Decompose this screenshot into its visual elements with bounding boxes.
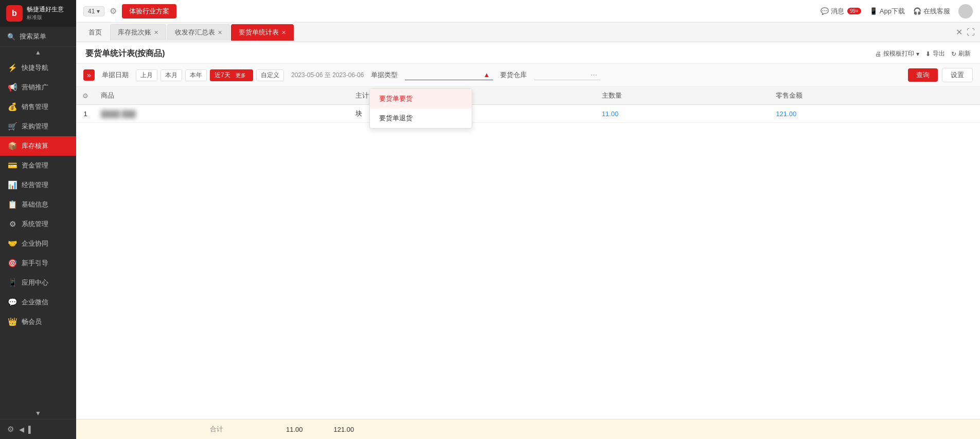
settings-button[interactable]: 设置 bbox=[942, 68, 973, 82]
trial-button[interactable]: 体验行业方案 bbox=[122, 4, 176, 19]
sidebar-item-purchase[interactable]: 🛒 采购管理 bbox=[0, 117, 76, 136]
logo-icon: b bbox=[6, 5, 23, 22]
footer-amount: 121.00 bbox=[318, 426, 370, 433]
avatar[interactable] bbox=[958, 4, 973, 19]
row-goods: ████ ███ bbox=[95, 105, 349, 123]
topbar-id: 41 ▾ bbox=[83, 6, 104, 16]
sidebar-collapse-icon[interactable]: ◀ ▐ bbox=[19, 426, 31, 433]
print-dropdown-icon: ▾ bbox=[916, 50, 919, 58]
table-col-goods: 商品 bbox=[95, 87, 349, 105]
tabs-bar: 首页 库存批次账 ✕ 收发存汇总表 ✕ 要货单统计表 ✕ ✕ ⛶ bbox=[76, 23, 980, 42]
table-col-gear: ⚙ bbox=[76, 87, 95, 105]
export-button[interactable]: ⬇ 导出 bbox=[925, 49, 945, 58]
page-content: 要货单统计表(按商品) 🖨 按模板打印 ▾ ⬇ 导出 ↻ 刷新 » bbox=[76, 42, 980, 419]
sidebar-bottom: ⚙ ◀ ▐ bbox=[0, 419, 76, 439]
quick-nav-icon: ⚡ bbox=[7, 63, 17, 72]
table-col-amount: 零售金额 bbox=[770, 87, 980, 105]
table-gear-icon[interactable]: ⚙ bbox=[82, 92, 88, 100]
print-icon: 🖨 bbox=[875, 50, 881, 58]
settings-icon[interactable]: ⚙ bbox=[7, 425, 14, 434]
sidebar-item-marketing[interactable]: 📢 营销推广 bbox=[0, 78, 76, 97]
sidebar-nav: ⚡ 快捷导航 📢 营销推广 💰 销售管理 🛒 采购管理 📦 库存核算 💳 资金管… bbox=[0, 58, 76, 408]
sidebar-item-system[interactable]: ⚙ 系统管理 bbox=[0, 214, 76, 234]
main-content: 41 ▾ ⚙ 体验行业方案 💬 消息 99+ 📱 App下载 🎧 在线客服 bbox=[76, 0, 980, 439]
last-7-days-btn[interactable]: 近7天 更多 bbox=[210, 69, 253, 81]
sidebar: b 畅捷通好生意 标准版 🔍 搜索菜单 ▲ ⚡ 快捷导航 📢 营销推广 💰 销售… bbox=[0, 0, 76, 439]
app-center-icon: 📱 bbox=[7, 278, 17, 287]
sidebar-item-guide[interactable]: 🎯 新手引导 bbox=[0, 253, 76, 273]
support-button[interactable]: 🎧 在线客服 bbox=[913, 7, 950, 16]
basic-info-icon: 📋 bbox=[7, 200, 17, 209]
refresh-button[interactable]: ↻ 刷新 bbox=[951, 49, 971, 58]
type-select-arrow: ▲ bbox=[483, 71, 490, 79]
sidebar-item-enterprise[interactable]: 🤝 企业协同 bbox=[0, 234, 76, 253]
footer-quantity: 11.00 bbox=[271, 426, 318, 433]
tab-order-stats[interactable]: 要货单统计表 ✕ bbox=[231, 24, 294, 41]
tab-inventory-batch-close[interactable]: ✕ bbox=[154, 29, 158, 36]
tab-home[interactable]: 首页 bbox=[81, 24, 109, 41]
type-select[interactable]: ▲ bbox=[405, 70, 493, 80]
sidebar-scroll-down[interactable]: ▼ bbox=[0, 408, 76, 419]
refresh-icon: ↻ bbox=[951, 50, 956, 58]
finance-icon: 💳 bbox=[7, 161, 17, 170]
sidebar-item-sales[interactable]: 💰 销售管理 bbox=[0, 97, 76, 117]
sidebar-item-enterprise-wechat[interactable]: 💬 企业微信 bbox=[0, 292, 76, 312]
this-month-btn[interactable]: 本月 bbox=[161, 69, 182, 81]
logo-subtitle: 标准版 bbox=[27, 14, 64, 21]
sidebar-item-basic-info[interactable]: 📋 基础信息 bbox=[0, 195, 76, 214]
app-icon: 📱 bbox=[869, 7, 878, 15]
row-index: 1 bbox=[76, 105, 95, 123]
query-button[interactable]: 查询 bbox=[908, 68, 938, 82]
print-button[interactable]: 🖨 按模板打印 ▾ bbox=[875, 49, 919, 58]
tab-receive-summary[interactable]: 收发存汇总表 ✕ bbox=[167, 24, 230, 41]
enterprise-icon: 🤝 bbox=[7, 239, 17, 248]
sidebar-item-operations[interactable]: 📊 经营管理 bbox=[0, 175, 76, 195]
footer-label: 合计 bbox=[204, 425, 229, 434]
sidebar-search[interactable]: 🔍 搜索菜单 bbox=[0, 27, 76, 47]
sidebar-item-finance[interactable]: 💳 资金管理 bbox=[0, 156, 76, 175]
date-range: 2023-05-06 至 2023-06-06 bbox=[291, 71, 364, 80]
tab-close-all-icon[interactable]: ✕ bbox=[956, 27, 963, 37]
tab-inventory-batch[interactable]: 库存批次账 ✕ bbox=[110, 24, 166, 41]
sidebar-scroll-up[interactable]: ▲ bbox=[0, 47, 76, 58]
sidebar-item-inventory[interactable]: 📦 库存核算 bbox=[0, 136, 76, 156]
member-icon: 👑 bbox=[7, 317, 17, 326]
warehouse-more-icon: ⋯ bbox=[591, 71, 597, 79]
app-download-button[interactable]: 📱 App下载 bbox=[869, 7, 905, 16]
filter-toggle-button[interactable]: » bbox=[83, 69, 95, 81]
prev-month-btn[interactable]: 上月 bbox=[136, 69, 157, 81]
row-quantity[interactable]: 11.00 bbox=[596, 105, 770, 123]
type-input[interactable] bbox=[408, 71, 480, 79]
topbar-gear-icon[interactable]: ⚙ bbox=[110, 6, 117, 16]
message-badge: 99+ bbox=[847, 8, 861, 14]
tab-receive-summary-close[interactable]: ✕ bbox=[218, 29, 222, 36]
warehouse-label: 要货仓库 bbox=[500, 70, 527, 80]
topbar-left: 41 ▾ ⚙ 体验行业方案 bbox=[83, 4, 176, 19]
enterprise-wechat-icon: 💬 bbox=[7, 298, 17, 307]
dropdown-item-order-return[interactable]: 要货单退货 bbox=[370, 108, 472, 128]
sidebar-item-quick-nav[interactable]: ⚡ 快捷导航 bbox=[0, 58, 76, 78]
guide-icon: 🎯 bbox=[7, 259, 17, 268]
table-col-quantity: 主数量 bbox=[596, 87, 770, 105]
warehouse-select[interactable]: ⋯ bbox=[534, 70, 600, 80]
tab-expand-icon[interactable]: ⛶ bbox=[967, 28, 975, 37]
search-icon: 🔍 bbox=[7, 33, 15, 41]
table-header-row: ⚙ 商品 主计量单位 主数量 零售金额 bbox=[76, 87, 980, 105]
this-year-btn[interactable]: 本年 bbox=[185, 69, 207, 81]
message-button[interactable]: 💬 消息 99+ bbox=[821, 7, 861, 16]
tab-order-stats-close[interactable]: ✕ bbox=[281, 29, 286, 36]
sidebar-item-member[interactable]: 👑 畅会员 bbox=[0, 312, 76, 332]
table-body: 1 ████ ███ 块 11.00 121.00 bbox=[76, 105, 980, 123]
topbar: 41 ▾ ⚙ 体验行业方案 💬 消息 99+ 📱 App下载 🎧 在线客服 bbox=[76, 0, 980, 23]
sidebar-item-app-center[interactable]: 📱 应用中心 bbox=[0, 273, 76, 292]
operations-icon: 📊 bbox=[7, 180, 17, 190]
inventory-icon: 📦 bbox=[7, 141, 17, 151]
row-amount[interactable]: 121.00 bbox=[770, 105, 980, 123]
more-dates-badge: 更多 bbox=[233, 72, 248, 79]
table-row: 1 ████ ███ 块 11.00 121.00 bbox=[76, 105, 980, 123]
page-title: 要货单统计表(按商品) bbox=[85, 48, 165, 59]
custom-date-btn[interactable]: 自定义 bbox=[256, 69, 284, 81]
type-dropdown: 要货单要货 要货单退货 bbox=[369, 88, 472, 129]
dropdown-item-order-goods[interactable]: 要货单要货 bbox=[370, 89, 472, 108]
warehouse-input[interactable] bbox=[537, 71, 589, 79]
